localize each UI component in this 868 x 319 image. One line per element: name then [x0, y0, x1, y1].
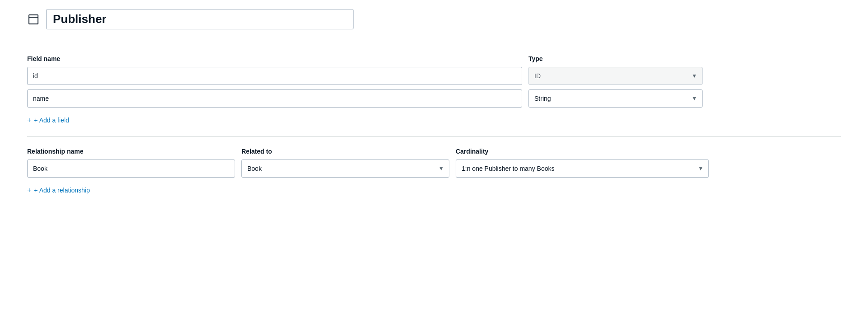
field-row: ID String Int Float Boolean AWSDate AWST… [27, 89, 841, 108]
related-to-select[interactable]: Book Author Publisher [241, 160, 449, 178]
related-to-column-header: Related to [241, 148, 449, 155]
related-to-select-wrapper: Book Author Publisher ▼ [241, 160, 449, 178]
fields-header: Field name Type [27, 55, 841, 62]
field-row: ID ▼ [27, 67, 841, 85]
type-select-wrapper-name: ID String Int Float Boolean AWSDate AWST… [528, 89, 703, 108]
type-select-wrapper-id: ID ▼ [528, 67, 703, 85]
svg-rect-0 [29, 15, 38, 24]
plus-icon: + [27, 117, 31, 124]
cardinality-column-header: Cardinality [456, 148, 709, 155]
rel-name-column-header: Relationship name [27, 148, 235, 155]
field-name-input-name[interactable] [27, 89, 522, 108]
relationships-section: Relationship name Related to Cardinality… [27, 148, 841, 198]
cardinality-select[interactable]: 1:n one Publisher to many Books n:1 many… [456, 160, 709, 178]
add-field-link[interactable]: + + Add a field [27, 117, 69, 124]
plus-icon: + [27, 187, 31, 194]
title-row [27, 9, 841, 29]
relationship-row: Book Author Publisher ▼ 1:n one Publishe… [27, 160, 841, 178]
section-divider [27, 44, 841, 44]
fields-section: Field name Type ID ▼ ID String [27, 55, 841, 128]
field-name-column-header: Field name [27, 55, 522, 62]
relationships-header: Relationship name Related to Cardinality [27, 148, 841, 155]
relationship-name-input[interactable] [27, 160, 235, 178]
add-relationship-link[interactable]: + + Add a relationship [27, 187, 90, 194]
field-name-input-id[interactable] [27, 67, 522, 85]
model-title-input[interactable] [46, 9, 354, 29]
type-select-name[interactable]: ID String Int Float Boolean AWSDate AWST… [528, 89, 703, 108]
cardinality-select-wrapper: 1:n one Publisher to many Books n:1 many… [456, 160, 709, 178]
type-select-id[interactable]: ID [528, 67, 703, 85]
window-icon [27, 13, 40, 26]
type-column-header: Type [528, 55, 703, 62]
relationships-divider [27, 136, 841, 137]
